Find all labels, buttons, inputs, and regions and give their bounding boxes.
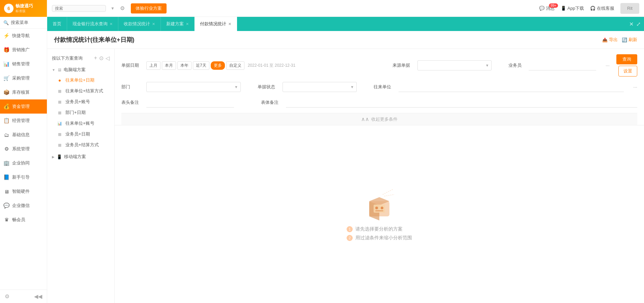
tab-expand-icon[interactable]: ⤢ xyxy=(636,21,641,27)
wechat-icon: 💬 xyxy=(3,203,9,209)
filter-counterpart-label: 往来单位 xyxy=(374,84,392,90)
sidebar-item-quick-nav[interactable]: ⚡ 快捷导航 xyxy=(0,29,47,43)
scheme-group-mobile: ▶ 📱 移动端方案 xyxy=(47,152,114,162)
filter-docstatus-select[interactable] xyxy=(283,82,357,92)
scheme-item-salesperson-account[interactable]: ▦ 业务员+账号 xyxy=(47,96,114,107)
filter-date-more[interactable]: 更多 xyxy=(211,61,225,70)
sidebar-item-wechat[interactable]: 💬 企业微信 xyxy=(0,199,47,213)
sidebar-item-system[interactable]: ⚙ 系统管理 xyxy=(0,142,47,156)
scheme-item-counterpart-account[interactable]: 📊 往来单位+账号 xyxy=(47,118,114,129)
filter-counterpart-dots[interactable]: ··· xyxy=(633,84,637,90)
filter-source-wrap: ▼ xyxy=(417,60,492,70)
filter-dept-select[interactable] xyxy=(146,82,241,92)
hint-2-text: 用过滤条件来缩小分析范围 xyxy=(355,235,412,241)
mobile-icon: 📱 xyxy=(57,154,62,159)
sidebar-search[interactable]: 🔍 搜索菜单 xyxy=(0,17,47,29)
refresh-button[interactable]: 🔄 刷新 xyxy=(622,37,637,43)
system-icon: ⚙ xyxy=(3,146,9,152)
sidebar-item-label: 资金管理 xyxy=(12,103,30,110)
scheme-item-counterpart-date[interactable]: ● 往来单位+日期 xyxy=(47,75,114,86)
topbar-search-input[interactable] xyxy=(52,5,106,12)
filter-date-last-month[interactable]: 上月 xyxy=(146,61,160,70)
filter-date-this-month[interactable]: 本月 xyxy=(162,61,176,70)
filter-date-label: 单据日期 xyxy=(121,62,140,68)
logo-name: 畅捷通巧 xyxy=(16,3,33,9)
sidebar-logo: 6 畅捷通巧 标准版 xyxy=(0,0,47,17)
filter-date-buttons: 上月 本月 本年 近7天 更多 自定义 2022-01-01 至 2022-12… xyxy=(146,61,295,70)
sidebar-settings-icon[interactable]: ⚙ xyxy=(5,293,9,300)
tab-cash-flow-close[interactable]: ✕ xyxy=(110,22,113,26)
svg-line-8 xyxy=(384,194,394,196)
filter-body-note-input[interactable] xyxy=(286,97,637,108)
filter-counterpart-input[interactable] xyxy=(399,82,624,92)
scheme-collapse-btn[interactable]: ◁ xyxy=(106,55,110,61)
main-body: 单据日期 上月 本月 本年 近7天 更多 自定义 2022-01-01 至 20… xyxy=(115,49,644,303)
topbar-notice[interactable]: 💬 消息 99+ xyxy=(539,5,555,11)
sidebar-item-label: 销售管理 xyxy=(12,61,30,67)
filter-salesperson-label: 业务员 xyxy=(508,62,522,68)
page-title: 付款情况统计(往来单位+日期) xyxy=(54,36,135,44)
filter-settings-button[interactable]: 设置 xyxy=(618,66,637,77)
scheme-item-salesperson-date[interactable]: ▦ 业务员+日期 xyxy=(47,129,114,140)
sidebar-item-member[interactable]: ♛ 畅会员 xyxy=(0,213,47,227)
scheme-group-mobile-title[interactable]: ▶ 📱 移动端方案 xyxy=(47,152,114,162)
empty-hint-1: 1 请先选择要分析的方案 xyxy=(347,226,412,232)
sidebar-item-enterprise[interactable]: 🏢 企业协同 xyxy=(0,156,47,170)
sidebar-item-guide[interactable]: 📘 新手引导 xyxy=(0,170,47,184)
filter-header-note-label: 表头备注 xyxy=(121,99,140,105)
tab-home[interactable]: 首页 xyxy=(47,17,67,31)
service-label: 在线客服 xyxy=(597,5,614,11)
trial-button[interactable]: 体验行业方案 xyxy=(131,3,167,13)
tab-close-all-icon[interactable]: ✕ xyxy=(629,21,634,27)
scheme-item-dept-date[interactable]: ▦ 部门+日期 xyxy=(47,107,114,118)
sidebar-item-hardware[interactable]: 🖥 智能硬件 xyxy=(0,184,47,199)
sidebar-item-inventory[interactable]: 📦 库存核算 xyxy=(0,85,47,99)
collapse-bar[interactable]: ∧∧ 收起更多条件 xyxy=(121,113,637,125)
topbar-service[interactable]: 🎧 在线客服 xyxy=(590,5,614,11)
topbar-app-download[interactable]: 📱 App下载 xyxy=(561,5,584,11)
tabbar: 首页 现金银行流水查询 ✕ 收款情况统计 ✕ 新建方案 ✕ 付款情况统计 ✕ ✕… xyxy=(47,17,644,31)
sidebar-item-label: 智能硬件 xyxy=(12,188,30,194)
tab-receipt-stats[interactable]: 收款情况统计 ✕ xyxy=(118,17,161,31)
filter-date-range: 2022-01-01 至 2022-12-31 xyxy=(248,63,295,68)
filter-salesperson-input[interactable] xyxy=(529,60,596,70)
sidebar-item-operations[interactable]: 📋 经营管理 xyxy=(0,114,47,128)
topbar-settings-icon[interactable]: ⚙ xyxy=(120,5,125,11)
user-avatar[interactable]: Rit xyxy=(620,3,639,14)
logo-icon: 6 xyxy=(4,4,13,13)
sidebar-item-purchase[interactable]: 🛒 采购管理 xyxy=(0,71,47,85)
sidebar-item-base-info[interactable]: 🗂 基础信息 xyxy=(0,128,47,142)
filter-header-note-input[interactable] xyxy=(146,97,234,108)
scheme-add-btn[interactable]: + xyxy=(94,55,97,61)
hardware-icon: 🖥 xyxy=(3,188,9,194)
tab-cash-flow-label: 现金银行流水查询 xyxy=(72,21,108,27)
scheme-group-desktop-label: 电脑端方案 xyxy=(64,67,86,73)
filter-dept-label: 部门 xyxy=(121,84,140,90)
scheme-group-desktop-title[interactable]: ▼ 🖥 电脑端方案 xyxy=(47,65,114,75)
filter-date-custom[interactable]: 自定义 xyxy=(226,61,244,70)
tab-new-scheme[interactable]: 新建方案 ✕ xyxy=(161,17,195,31)
filter-section: 单据日期 上月 本月 本年 近7天 更多 自定义 2022-01-01 至 20… xyxy=(115,49,644,125)
filter-date-last7[interactable]: 近7天 xyxy=(193,61,209,70)
filter-date-this-year[interactable]: 本年 xyxy=(177,61,192,70)
tab-cash-flow[interactable]: 现金银行流水查询 ✕ xyxy=(67,17,118,31)
query-button[interactable]: 查询 xyxy=(616,54,637,64)
export-button[interactable]: 📤 导出 xyxy=(602,37,618,43)
sales-icon: 📊 xyxy=(3,61,9,67)
sidebar-item-marketing[interactable]: 🎁 营销推广 xyxy=(0,43,47,57)
finance-icon: 💰 xyxy=(3,103,9,110)
filter-salesperson-dots[interactable]: ··· xyxy=(606,63,610,68)
scheme-item-counterpart-settlement[interactable]: ▦ 往来单位+结算方式 xyxy=(47,86,114,96)
scheme-item-salesperson-settlement[interactable]: ▦ 业务员+结算方式 xyxy=(47,140,114,150)
tab-new-scheme-close[interactable]: ✕ xyxy=(186,22,189,26)
sidebar-item-finance[interactable]: 💰 资金管理 xyxy=(0,99,47,114)
filter-source-select[interactable] xyxy=(417,60,492,70)
sidebar-collapse-icon[interactable]: ◀◀ xyxy=(34,293,42,300)
enterprise-icon: 🏢 xyxy=(3,160,9,166)
tab-payment-stats-close[interactable]: ✕ xyxy=(228,22,231,26)
tab-payment-stats[interactable]: 付款情况统计 ✕ xyxy=(195,17,237,31)
tab-receipt-stats-close[interactable]: ✕ xyxy=(152,22,155,26)
sidebar-item-sales[interactable]: 📊 销售管理 xyxy=(0,57,47,71)
scheme-settings-btn[interactable]: ⊙ xyxy=(99,55,104,61)
logo-sub: 标准版 xyxy=(16,9,33,13)
